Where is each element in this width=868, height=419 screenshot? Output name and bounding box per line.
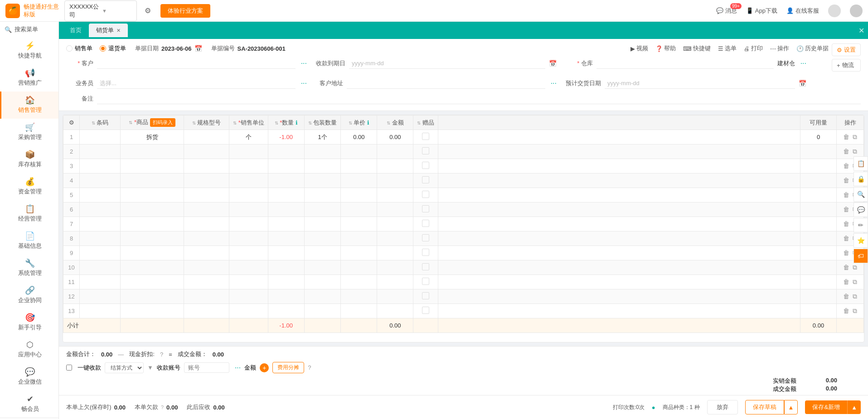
video-button[interactable]: ▶ 视频: [629, 43, 650, 53]
row-spec[interactable]: [184, 260, 229, 275]
row-spec[interactable]: [184, 144, 229, 159]
row-barcode[interactable]: [80, 202, 121, 217]
float-btn-7[interactable]: 🏷: [853, 249, 868, 263]
row-gift[interactable]: [413, 231, 438, 246]
row-packqty[interactable]: [304, 159, 341, 173]
form-logistics-button[interactable]: + 物流: [832, 59, 861, 72]
delete-icon[interactable]: 🗑: [843, 220, 849, 227]
sidebar-item-zijin[interactable]: 💰 资金管理: [0, 173, 58, 200]
row-price[interactable]: [341, 231, 377, 246]
row-barcode[interactable]: [80, 246, 121, 260]
row-packqty[interactable]: [304, 217, 341, 231]
row-unit[interactable]: [229, 188, 268, 202]
save-draft-arrow-button[interactable]: ▲: [784, 400, 798, 414]
gift-checkbox[interactable]: [422, 191, 429, 198]
history-button[interactable]: 🕐 历史单据: [795, 43, 830, 53]
sidebar-item-xinshou[interactable]: 🎯 新手引导: [0, 309, 58, 336]
row-notes[interactable]: [438, 188, 800, 202]
row-unit[interactable]: [229, 217, 268, 231]
row-unit[interactable]: 个: [229, 130, 268, 144]
customer-dots-icon[interactable]: ···: [301, 59, 307, 67]
row-product[interactable]: [121, 188, 184, 202]
row-amount[interactable]: [377, 144, 413, 159]
row-gift[interactable]: [413, 246, 438, 260]
gift-checkbox[interactable]: [422, 307, 429, 314]
gift-checkbox[interactable]: [422, 133, 429, 140]
sidebar-item-xietong[interactable]: 🔗 企业协同: [0, 282, 58, 309]
row-barcode[interactable]: [80, 188, 121, 202]
gift-checkbox[interactable]: [422, 147, 429, 154]
row-gift[interactable]: [413, 289, 438, 304]
float-btn-4[interactable]: 💬: [853, 202, 868, 217]
delete-icon[interactable]: 🗑: [843, 191, 849, 198]
row-notes[interactable]: [438, 304, 800, 318]
row-price[interactable]: [341, 202, 377, 217]
avatar[interactable]: [828, 5, 841, 17]
salesman-dots-icon[interactable]: ···: [301, 79, 307, 87]
row-qty[interactable]: [268, 260, 304, 275]
expense-help-icon[interactable]: ?: [308, 364, 311, 371]
row-unit[interactable]: [229, 289, 268, 304]
row-barcode[interactable]: [80, 217, 121, 231]
gift-checkbox[interactable]: [422, 249, 429, 256]
warehouse-dots-icon[interactable]: ···: [800, 59, 806, 67]
account-dots-icon[interactable]: ···: [235, 364, 241, 372]
row-packqty[interactable]: [304, 231, 341, 246]
row-amount[interactable]: [377, 173, 413, 188]
row-notes[interactable]: [438, 217, 800, 231]
gift-checkbox[interactable]: [422, 205, 429, 212]
row-notes[interactable]: [438, 159, 800, 173]
tab-bar-close-icon[interactable]: ✕: [858, 26, 864, 35]
row-packqty[interactable]: [304, 260, 341, 275]
row-amount[interactable]: [377, 246, 413, 260]
radio-return[interactable]: 退货单: [100, 44, 126, 53]
messages-button[interactable]: 💬 消息 99+: [716, 7, 737, 15]
sidebar-item-kucun[interactable]: 📦 库存核算: [0, 146, 58, 173]
row-packqty[interactable]: [304, 304, 341, 318]
row-amount[interactable]: [377, 304, 413, 318]
expense-button[interactable]: 费用分摊: [272, 362, 304, 373]
delete-icon[interactable]: 🗑: [843, 206, 849, 213]
row-qty[interactable]: [268, 289, 304, 304]
method-select[interactable]: 结算方式: [105, 362, 144, 373]
row-amount[interactable]: [377, 231, 413, 246]
float-btn-6[interactable]: ⭐: [853, 233, 868, 248]
row-qty[interactable]: [268, 275, 304, 289]
row-packqty[interactable]: 1个: [304, 130, 341, 144]
sidebar-item-yingyong[interactable]: ⬡ 应用中心: [0, 336, 58, 363]
row-gift[interactable]: [413, 304, 438, 318]
row-unit[interactable]: [229, 144, 268, 159]
tab-sales-order[interactable]: 销货单 ✕: [89, 24, 128, 37]
row-qty[interactable]: [268, 173, 304, 188]
row-amount[interactable]: [377, 217, 413, 231]
row-packqty[interactable]: [304, 202, 341, 217]
one-click-payment-checkbox[interactable]: [66, 365, 72, 371]
payment-calendar-icon[interactable]: 📅: [549, 60, 557, 67]
row-price[interactable]: [341, 275, 377, 289]
row-product[interactable]: [121, 173, 184, 188]
copy-icon[interactable]: ⧉: [853, 278, 857, 285]
row-product[interactable]: [121, 246, 184, 260]
row-price[interactable]: 0.00: [341, 130, 377, 144]
row-notes[interactable]: [438, 289, 800, 304]
expected-calendar-icon[interactable]: 📅: [799, 80, 806, 87]
form-settings-button[interactable]: ⚙ 设置: [832, 43, 861, 56]
row-barcode[interactable]: [80, 173, 121, 188]
tab-close-icon[interactable]: ✕: [116, 28, 121, 34]
row-price[interactable]: [341, 188, 377, 202]
row-product[interactable]: [121, 260, 184, 275]
scan-button[interactable]: 扫码录入: [150, 118, 175, 127]
row-barcode[interactable]: [80, 159, 121, 173]
row-qty[interactable]: [268, 188, 304, 202]
save-draft-button[interactable]: 保存草稿: [745, 400, 784, 414]
gift-checkbox[interactable]: [422, 220, 429, 227]
copy-icon[interactable]: ⧉: [853, 307, 857, 314]
gift-checkbox[interactable]: [422, 292, 429, 299]
row-qty[interactable]: [268, 144, 304, 159]
payment-date-input[interactable]: [349, 58, 545, 69]
row-product[interactable]: 拆货: [121, 130, 184, 144]
row-gift[interactable]: [413, 144, 438, 159]
row-notes[interactable]: [438, 173, 800, 188]
row-notes[interactable]: [438, 202, 800, 217]
sidebar-item-weixin[interactable]: 💬 企业微信: [0, 363, 58, 390]
